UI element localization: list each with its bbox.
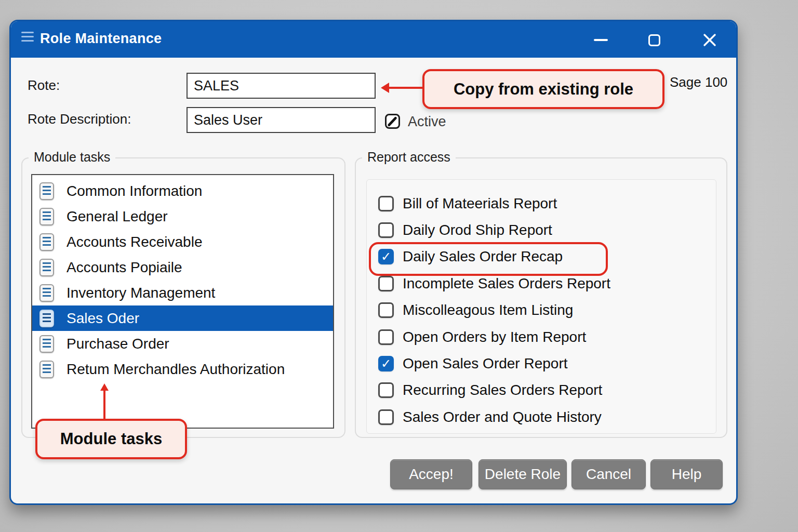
annotation-arrow-left-icon (381, 82, 423, 94)
module-task-item[interactable]: Accounts Receivable (32, 229, 333, 255)
check-icon: ✓ (381, 250, 391, 263)
checkbox-unchecked[interactable] (378, 409, 394, 425)
module-task-label: Sales Oder (66, 310, 139, 327)
module-task-label: Purchase Order (66, 336, 169, 352)
module-tasks-group: Module tasks Common InformationGeneral L… (21, 157, 345, 438)
report-access-row: Incomplete Sales Orders Report (378, 270, 716, 297)
module-tasks-group-label: Module tasks (29, 150, 115, 165)
delete-role-button[interactable]: Delete Role (478, 459, 567, 489)
action-button-bar: Accep!Delete RoleCancelHelp (11, 459, 738, 489)
report-access-label: Miscolleagous Item Listing (403, 302, 573, 318)
report-access-row: Bill of Mateerials Report (378, 190, 716, 217)
checkbox-checked[interactable]: ✓ (378, 249, 394, 264)
checkbox-unchecked[interactable] (378, 222, 394, 238)
module-task-item[interactable]: Retum Merchandles Authorization (32, 356, 333, 382)
report-access-row: Miscolleagous Item Listing (378, 297, 716, 324)
accept-button[interactable]: Accep! (390, 459, 472, 489)
module-task-label: Retum Merchandles Authorization (66, 361, 285, 378)
checkbox-unchecked[interactable] (378, 302, 394, 318)
checkbox-unchecked[interactable] (378, 196, 394, 211)
module-task-item[interactable]: Purchase Order (32, 331, 333, 356)
report-access-label: Recurring Sales Orders Report (403, 382, 602, 398)
active-checkbox-label: Active (408, 114, 446, 130)
report-access-group-label: Report access (362, 150, 456, 165)
module-task-item-selected[interactable]: Sales Oder (32, 305, 333, 331)
document-icon (39, 284, 54, 302)
menu-icon (21, 32, 34, 42)
help-button[interactable]: Help (650, 459, 723, 489)
role-description-input[interactable] (187, 107, 376, 133)
checkbox-unchecked[interactable] (378, 329, 394, 345)
report-access-row: Sales Order and Quote History (378, 404, 716, 430)
checkbox-unchecked[interactable] (378, 276, 394, 291)
role-maintenance-dialog: Role Maintenance Rote: Rote Description:… (9, 20, 738, 505)
module-task-label: Inventory Management (66, 285, 215, 301)
check-icon: ✓ (381, 357, 391, 370)
report-access-label: Bill of Mateerials Report (403, 195, 557, 212)
role-input[interactable] (187, 73, 376, 99)
report-access-label: Daily Orod Ship Report (403, 222, 552, 238)
copy-annotation-callout: Copy from existing role (422, 69, 664, 109)
module-annotation-callout: Module tasks (35, 419, 187, 459)
module-task-item[interactable]: General Ledger (32, 204, 333, 229)
module-tasks-list[interactable]: Common InformationGeneral LedgerAccounts… (31, 174, 334, 429)
report-access-row: Recurring Sales Orders Report (378, 377, 716, 404)
close-icon (702, 32, 717, 48)
report-access-row-highlighted: ✓Daily Sales Order Recap (378, 244, 716, 270)
title-bar[interactable]: Role Maintenance (11, 21, 736, 58)
window-title: Role Maintenance (40, 31, 162, 47)
cancel-button[interactable]: Cancel (571, 459, 646, 489)
role-label: Rote: (28, 77, 60, 94)
document-icon (39, 259, 54, 276)
module-task-label: Accounts Popiaile (66, 259, 182, 276)
maximize-button[interactable] (643, 29, 666, 51)
checkbox-checked[interactable]: ✓ (378, 356, 394, 371)
active-checkbox[interactable] (385, 114, 400, 129)
document-icon (39, 335, 54, 353)
module-task-item[interactable]: Inventory Management (32, 280, 333, 305)
module-task-label: Common Information (66, 183, 202, 200)
checkbox-unchecked[interactable] (378, 382, 394, 398)
report-access-label: Open Orders by Item Report (403, 329, 586, 345)
minimize-icon (594, 39, 608, 41)
document-icon (39, 233, 54, 251)
document-icon (39, 361, 54, 378)
module-task-item[interactable]: Common Information (32, 178, 333, 204)
document-icon (39, 208, 54, 225)
report-access-row: ✓Open Sales Order Report (378, 350, 716, 377)
document-icon (39, 182, 54, 200)
report-access-row: Open Orders by Item Report (378, 324, 716, 350)
module-task-item[interactable]: Accounts Popiaile (32, 255, 333, 280)
brand-text: Sage 100 (670, 74, 727, 90)
desktop-background: Role Maintenance Rote: Rote Description:… (0, 0, 798, 532)
document-icon (39, 310, 54, 327)
report-access-label: Daily Sales Order Recap (403, 248, 563, 265)
module-task-label: Accounts Receivable (66, 234, 202, 250)
report-access-label: Incomplete Sales Orders Report (403, 275, 610, 292)
role-description-label: Rote Description: (28, 111, 131, 127)
minimize-button[interactable] (589, 29, 612, 51)
report-access-group: Report access Bill of Mateerials ReportD… (355, 157, 727, 438)
report-access-row: Daily Orod Ship Report (378, 217, 716, 243)
close-button[interactable] (698, 29, 721, 51)
report-access-label: Open Sales Order Report (403, 355, 568, 372)
report-access-list: Bill of Mateerials ReportDaily Orod Ship… (366, 179, 716, 434)
module-task-label: General Ledger (66, 208, 168, 225)
check-mark-icon (387, 115, 398, 128)
annotation-arrow-up-icon (100, 383, 109, 421)
report-access-label: Sales Order and Quote History (403, 409, 602, 425)
maximize-icon (648, 34, 660, 46)
